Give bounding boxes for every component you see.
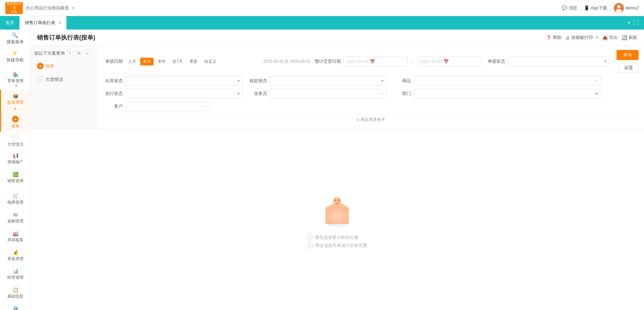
help-icon: ❓ [546,35,551,40]
svg-point-10 [327,223,347,227]
set-btn[interactable]: 设置 [619,63,639,73]
dept-select[interactable] [414,89,601,98]
filter-expected-date-field: 预计交货日期 yyyy-mm-dd 📅 — yyyy-mm-dd 📅 [315,57,481,66]
tab-close-icon[interactable]: × [59,20,61,25]
tab-bar-actions: × ⛶ [628,20,644,26]
dept-chevron [595,93,598,95]
sidebar-item-sales-mgmt[interactable]: 💹 销售管理 [0,168,30,187]
customer-input[interactable]: ··· [125,102,210,111]
scheme-arrears-icon: ○ [37,76,44,83]
avatar-img [614,3,624,13]
settings-scheme-btn[interactable]: ⚙ [75,50,82,57]
exec-status-chevron [237,93,240,95]
filter-fields: 单据日期 上月 本月 本年 近7天 更多 自定义 2023-03-01 至 20… [97,46,644,128]
query-btn[interactable]: 查询 [616,50,639,60]
sidebar-item-marketing[interactable]: 📢 营销推广 [0,150,30,168]
sidebar-retail-label: 零售管理 [7,78,23,84]
sidebar-search[interactable]: 🔍 搜索菜单 [0,30,30,48]
date-tab-last-month[interactable]: 上月 [125,58,139,65]
sidebar-item-wholesale[interactable]: 📦 批发管理 ▲ [0,90,30,113]
sidebar-quick-nav[interactable]: ⚡ 快捷导航 [0,48,30,66]
payment-status-select[interactable] [270,76,387,86]
tab-maximize-btn[interactable]: ⛶ [633,20,639,26]
sidebar-item-orders[interactable]: ● 按单 [0,113,30,132]
date-tab-this-month[interactable]: 本月 [140,58,154,65]
message-btn[interactable]: 💬 消息 [562,5,577,11]
goods-ellipsis-icon[interactable]: ··· [594,78,598,84]
date-tab-this-year[interactable]: 本年 [155,58,168,65]
date-tab-more[interactable]: 更多 [187,58,200,65]
sidebar-item-operations[interactable]: 📊 经营管理 [0,265,30,284]
date-range-text: 2023-03-01 至 2023-03-31 [263,59,311,64]
date-tab-custom[interactable]: 自定义 [202,58,219,65]
filter-scheme-label: 按以下方案查询 [34,50,65,56]
add-scheme-btn[interactable]: + [67,50,73,57]
sidebar-item-retail[interactable]: 🏪 零售管理 [0,68,30,90]
collapse-up-icon: ∧ [357,117,360,122]
filter-status-field: 单据状态 [485,57,610,66]
main-layout: 🔍 搜索菜单 ⚡ 快捷导航 🏪 零售管理 📦 批发管理 ▲ ● 按单 ○ 欠货情… [0,30,644,310]
cal-to-icon: 📅 [443,59,449,64]
date-label: 单据日期 [103,58,123,64]
sidebar-item-finance[interactable]: 💰 资金管理 [0,246,30,265]
svg-point-2 [616,9,622,13]
salesperson-input[interactable]: ··· [270,89,387,98]
empty-icon [317,189,357,229]
export-label: 导出 [609,35,618,41]
sales-mgmt-icon: 💹 [13,172,18,177]
collapse-btn[interactable]: ∧ 收起更多条件 [357,117,385,122]
exec-status-select[interactable] [125,89,243,98]
sidebar-item-debt[interactable]: ○ 欠货情况 [0,132,30,150]
collapse-scheme-btn[interactable]: « [84,50,91,57]
customer-ellipsis-icon[interactable]: ··· [203,103,207,109]
sidebar-item-inventory[interactable]: 🏭 库存核算 [0,227,30,246]
scheme-orders-item[interactable]: ● 按单 [34,61,93,71]
help-btn[interactable]: ❓ 帮助 [546,35,561,41]
tab-bar: 首页 销售订单执行表 × × ⛶ [0,16,644,30]
goods-input[interactable]: ··· [414,76,601,86]
status-select[interactable] [508,57,610,66]
collapse-row: ∧ 收起更多条件 [103,114,639,124]
scheme-orders-icon: ● [37,63,44,69]
svg-rect-3 [325,207,349,224]
collapse-label: 收起更多条件 [361,117,385,122]
sidebar-debt-label: 欠货情况 [7,142,23,147]
expected-date-from-input[interactable]: yyyy-mm-dd 📅 [343,57,408,66]
out-status-select[interactable] [125,76,243,86]
tab-home[interactable]: 首页 [0,16,19,30]
status-label: 单据状态 [485,58,505,64]
scheme-arrears-item[interactable]: ○ 欠货情况 [34,74,93,85]
expected-date-to-input[interactable]: yyyy-mm-dd 📅 [417,57,481,66]
filter-scheme-title: 按以下方案查询 + ⚙ « [34,50,93,57]
sidebar-search-label: 搜索菜单 [6,39,24,45]
scheme-arrears-label: 欠货情况 [46,76,63,83]
sidebar-item-ecommerce[interactable]: 🛒 电商管理 [0,190,30,209]
retail-expand-icon [15,85,17,87]
refresh-btn[interactable]: 🔄 刷新 [622,35,637,41]
app-logo: 畅捷通好生意 标版 [5,2,23,14]
content-area: 销售订单执行表(按单) ❓ 帮助 🖨 按模板打印 📤 导出 🔄 刷新 [30,30,644,310]
product-dropdown[interactable]: ▾ [72,5,74,11]
user-name: demo2 [625,5,639,10]
print-btn[interactable]: 🖨 按模板打印 [566,35,598,41]
export-btn[interactable]: 📤 导出 [602,35,618,41]
sidebar-item-purchase[interactable]: 🛍 采购管理 [0,209,30,227]
quick-nav-icon: ⚡ [12,50,18,56]
tab-sales-order[interactable]: 销售订单执行表 × [19,16,66,30]
sidebar-item-basic[interactable]: 📋 基础信息 [0,284,30,303]
tab-close-window-btn[interactable]: × [628,20,631,26]
app-download-btn[interactable]: 📱 App下载 [584,5,607,11]
salesperson-ellipsis-icon[interactable]: ··· [379,91,384,97]
user-menu[interactable]: demo2 [614,3,639,13]
scheme-orders-label: 按单 [46,63,54,69]
refresh-icon: 🔄 [622,35,627,40]
sidebar-item-system[interactable]: ⚙️ 系统管理 [0,303,30,310]
sidebar-ecommerce-label: 电商管理 [7,200,23,205]
page-header: 销售订单执行表(按单) ❓ 帮助 🖨 按模板打印 📤 导出 🔄 刷新 [30,30,644,46]
out-status-label: 出库状态 [103,78,123,84]
step2-text: 用过滤条件来缩小分析范围 [315,243,367,249]
filter-scheme-panel: 按以下方案查询 + ⚙ « ● 按单 ○ 欠货情况 [30,46,97,128]
product-title: 办公用品行业模拟账套 [25,5,69,11]
date-tab-last7[interactable]: 近7天 [170,58,185,65]
message-icon: 💬 [562,5,567,10]
